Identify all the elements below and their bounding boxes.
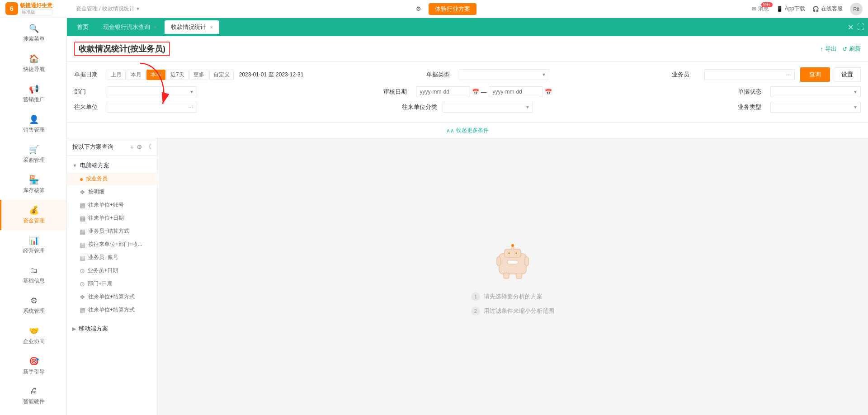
scheme-item-0-7[interactable]: ⊙业务员+日期	[67, 264, 157, 277]
close-window-icon[interactable]: ✕	[848, 23, 854, 32]
scheme-group-label-0: 电脑端方案	[80, 161, 109, 170]
tab-1[interactable]: 现金银行流水查询×	[97, 20, 163, 34]
sidebar-item-系统管理[interactable]: ⚙系统管理	[0, 290, 66, 321]
date-tab-thismonth[interactable]: 本月	[127, 70, 146, 80]
trial-button[interactable]: 体验行业方案	[429, 3, 476, 15]
tab-close-1[interactable]: ×	[154, 24, 156, 30]
scheme-item-0-0[interactable]: ●按业务员	[67, 172, 157, 185]
date-tab-custom[interactable]: 自定义	[209, 70, 234, 80]
dept-label: 部门	[74, 88, 101, 96]
scheme-item-0-2[interactable]: ▦往来单位+账号	[67, 198, 157, 212]
svg-rect-9	[504, 273, 509, 278]
empty-tip-1: 1 请先选择要分析的方案	[471, 292, 554, 301]
scheme-item-icon-0-9: ❖	[80, 293, 85, 301]
refresh-label: 刷新	[849, 45, 861, 53]
sidebar-item-新手引导[interactable]: 🎯新手引导	[0, 351, 66, 381]
scheme-group-label-1: 移动端方案	[79, 325, 108, 333]
sidebar-item-库存核算[interactable]: 🏪库存核算	[0, 170, 66, 200]
page-actions: ↑ 导出 ↺ 刷新	[821, 45, 861, 53]
audit-date-end[interactable]	[489, 86, 543, 97]
svg-rect-11	[511, 247, 514, 250]
query-button[interactable]: 查询	[800, 67, 830, 82]
sidebar-item-智能硬件[interactable]: 🖨智能硬件	[0, 381, 66, 411]
sidebar-label-12: 智能硬件	[23, 398, 45, 406]
date-tab-more[interactable]: 更多	[189, 70, 208, 80]
counterpart-more-icon: ···	[189, 104, 193, 110]
scheme-item-0-6[interactable]: ▦业务员+账号	[67, 251, 157, 264]
filter-row-2: 部门 ▾ 审核日期 📅 — 📅 单据状态	[74, 86, 861, 97]
audit-date-separator: —	[481, 89, 487, 95]
scheme-item-0-1[interactable]: ❖按明细	[67, 185, 157, 198]
dropdown-arrow[interactable]: ▾	[137, 5, 139, 12]
date-tab-lastmonth[interactable]: 上月	[107, 70, 126, 80]
empty-tips: 1 请先选择要分析的方案 2 用过滤条件来缩小分析范围	[471, 292, 554, 316]
sidebar-item-搜索菜单[interactable]: 🔍搜索菜单	[0, 18, 66, 48]
sidebar-item-企业微信[interactable]: 💬企业微信	[0, 411, 66, 415]
tab-label-0: 首页	[77, 23, 89, 31]
logo-text: 畅捷通好生意	[20, 2, 52, 9]
header-left: 6 畅捷通好生意 标准版 资金管理 / 收款情况统计 ▾	[5, 2, 139, 15]
sidebar-item-基础信息[interactable]: 🗂基础信息	[0, 260, 66, 290]
scheme-item-0-8[interactable]: ⊙部门+日期	[67, 277, 157, 290]
scheme-add-icon[interactable]: +	[130, 143, 134, 151]
app-download-button[interactable]: 📱 App下载	[776, 5, 805, 13]
scheme-item-0-9[interactable]: ❖往来单位+结算方式	[67, 290, 157, 303]
counterpart-cat-select[interactable]: ▾	[443, 102, 533, 113]
sidebar-label-3: 销售管理	[23, 126, 45, 134]
sidebar-icon-5: 🏪	[29, 175, 39, 185]
bill-status-select[interactable]: ▾	[770, 86, 861, 97]
sidebar-label-7: 经营管理	[23, 247, 45, 255]
tab-0[interactable]: 首页	[71, 20, 95, 34]
date-tab-thisyear[interactable]: 本年	[146, 70, 165, 80]
export-button[interactable]: ↑ 导出	[821, 45, 837, 53]
tab-close-2[interactable]: ×	[210, 24, 212, 30]
refresh-button[interactable]: ↺ 刷新	[842, 45, 861, 53]
date-tab-7days[interactable]: 近7天	[166, 70, 189, 80]
sidebar-item-企业协同[interactable]: 🤝企业协同	[0, 321, 66, 351]
scheme-item-0-3[interactable]: ▦往来单位+日期	[67, 212, 157, 225]
date-label: 单据日期	[74, 71, 101, 79]
bill-status-label: 单据状态	[738, 88, 765, 96]
svg-point-4	[508, 252, 510, 254]
export-icon: ↑	[821, 46, 824, 52]
sidebar-item-采购管理[interactable]: 🛒采购管理	[0, 139, 66, 170]
tab-2[interactable]: 收款情况统计×	[165, 20, 219, 34]
scheme-item-0-10[interactable]: ▦往来单位+结算方式	[67, 303, 157, 316]
sidebar-icon-11: 🎯	[29, 356, 39, 366]
scheme-item-icon-0-2: ▦	[80, 202, 85, 209]
scheme-item-0-4[interactable]: ▦业务员+结算方式	[67, 225, 157, 238]
type-select[interactable]: ▾	[459, 69, 549, 80]
sidebar-label-9: 系统管理	[23, 307, 45, 315]
counterpart-select[interactable]: ···	[107, 102, 197, 113]
sidebar-item-销售管理[interactable]: 👤销售管理	[0, 109, 66, 139]
sidebar-item-营销推广[interactable]: 📢营销推广	[0, 79, 66, 109]
scheme-group-0: ▼电脑端方案●按业务员❖按明细▦往来单位+账号▦往来单位+日期▦业务员+结算方式…	[67, 156, 157, 319]
tab-bar: 首页现金银行流水查询×收款情况统计× ✕ ⛶	[67, 18, 868, 36]
audit-date-start[interactable]	[416, 86, 470, 97]
maximize-icon[interactable]: ⛶	[857, 23, 864, 31]
messages-button[interactable]: ✉ 消息 99+	[752, 5, 769, 13]
calendar-icon-start[interactable]: 📅	[472, 89, 479, 95]
scheme-collapse-icon[interactable]: 《	[145, 143, 151, 151]
sidebar-item-快捷导航[interactable]: 🏠快捷导航	[0, 48, 66, 79]
scheme-gear-icon[interactable]: ⚙	[137, 143, 142, 151]
calendar-icon-end[interactable]: 📅	[545, 89, 552, 95]
sidebar-item-经营管理[interactable]: 📊经营管理	[0, 230, 66, 260]
date-tabs: 上月 本月 本年 近7天 更多 自定义	[107, 70, 234, 80]
scheme-group-header-1[interactable]: ▶移动端方案	[67, 322, 157, 335]
set-button[interactable]: 设置	[834, 67, 861, 82]
scheme-group-header-0[interactable]: ▼电脑端方案	[67, 159, 157, 172]
online-service-button[interactable]: 🎧 在线客服	[812, 5, 843, 13]
biz-type-select[interactable]: ▾	[770, 102, 861, 113]
dept-select[interactable]: ▾	[107, 86, 197, 97]
counterpart-label: 往来单位	[74, 103, 101, 111]
scheme-item-0-5[interactable]: ▦按往来单位+部门+收...	[67, 238, 157, 251]
settings-icon[interactable]: ⚙	[414, 5, 423, 14]
scheme-group-1: ▶移动端方案	[67, 319, 157, 338]
collapse-bar[interactable]: ∧∧ 收起更多条件	[67, 123, 868, 138]
salesperson-select[interactable]: ···	[704, 69, 795, 80]
date-sep: 至	[269, 71, 274, 79]
online-service-label: 在线客服	[821, 5, 843, 13]
sidebar-item-资金管理[interactable]: 💰资金管理	[0, 200, 66, 230]
user-avatar[interactable]: Rit	[850, 3, 863, 15]
